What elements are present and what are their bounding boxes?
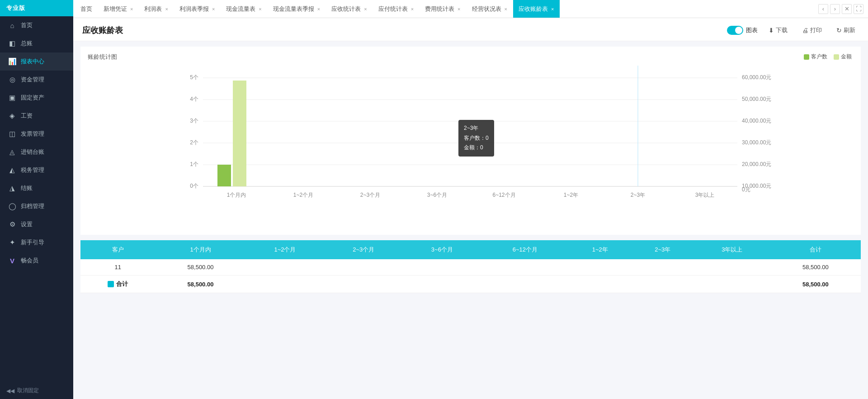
tab-close-icon[interactable]: × <box>411 6 414 12</box>
tab-close-icon[interactable]: × <box>364 6 367 12</box>
tab-bar: 首页 新增凭证 × 利润表 × 利润表季报 × 现金流量表 × 现金流量表季报 … <box>73 0 868 18</box>
refresh-button[interactable]: ↻ 刷新 <box>833 24 859 36</box>
print-button[interactable]: 🖨 打印 <box>798 24 826 36</box>
cell-year23 <box>631 259 693 276</box>
total-label-text: 合计 <box>116 280 128 288</box>
tab-ar-stats[interactable]: 应收统计表 × <box>326 0 373 18</box>
sidebar-item-sales[interactable]: ◬ 进销台账 <box>0 143 73 161</box>
chart-svg-container: 5个 4个 3个 2个 1个 0个 60,000.00元 50,000.00元 … <box>88 66 854 228</box>
tab-close-icon[interactable]: × <box>505 6 507 12</box>
tab-profit-quarter[interactable]: 利润表季报 × <box>174 0 221 18</box>
sidebar-item-reports[interactable]: 📊 报表中心 <box>0 52 73 71</box>
tab-close-icon[interactable]: × <box>212 6 215 12</box>
main-content: 首页 新增凭证 × 利润表 × 利润表季报 × 现金流量表 × 现金流量表季报 … <box>73 0 868 399</box>
tab-close-icon[interactable]: × <box>130 6 133 12</box>
chart-toggle-label: 图表 <box>746 26 758 34</box>
table-row: 11 58,500.00 58,500.00 <box>80 259 861 276</box>
sidebar-item-closing[interactable]: ◮ 结账 <box>0 179 73 197</box>
download-label: 下载 <box>776 26 788 34</box>
sidebar-item-home[interactable]: ⌂ 首页 <box>0 16 73 34</box>
svg-text:0个: 0个 <box>190 183 198 189</box>
vip-icon: V <box>8 257 16 265</box>
legend-amount: 金额 <box>834 53 852 61</box>
sidebar-item-invoice[interactable]: ◫ 发票管理 <box>0 125 73 143</box>
funds-icon: ◎ <box>8 76 16 84</box>
svg-text:3年以上: 3年以上 <box>695 192 715 198</box>
tab-close-icon[interactable]: × <box>165 6 168 12</box>
tab-close-all-button[interactable]: ✕ <box>842 4 852 14</box>
print-icon: 🖨 <box>802 27 808 34</box>
tab-label: 应收账龄表 <box>519 5 548 13</box>
chart-toggle[interactable] <box>727 26 743 35</box>
tab-close-icon[interactable]: × <box>317 6 320 12</box>
col-month1: 1个月内 <box>155 240 245 259</box>
total-month36 <box>403 276 481 293</box>
total-month1: 58,500.00 <box>155 276 245 293</box>
cell-month36 <box>403 259 481 276</box>
sidebar-item-vip[interactable]: V 畅会员 <box>0 252 73 270</box>
sidebar-item-archive[interactable]: ◯ 归档管理 <box>0 197 73 215</box>
tab-ap-stats[interactable]: 应付统计表 × <box>373 0 420 18</box>
tab-business-status[interactable]: 经营状况表 × <box>467 0 513 18</box>
sidebar-item-ledger[interactable]: ◧ 总账 <box>0 34 73 52</box>
col-month23: 2~3个月 <box>324 240 403 259</box>
tab-prev-button[interactable]: ‹ <box>818 4 828 14</box>
svg-text:4个: 4个 <box>190 96 198 102</box>
col-month12: 1~2个月 <box>246 240 325 259</box>
app-logo: 专业版 <box>0 0 73 16</box>
svg-text:5个: 5个 <box>190 74 198 81</box>
download-button[interactable]: ⬇ 下载 <box>765 24 791 36</box>
tab-cashflow[interactable]: 现金流量表 × <box>221 0 267 18</box>
legend-amount-label: 金额 <box>841 53 852 61</box>
col-year12: 1~2年 <box>569 240 631 259</box>
sidebar-item-guide[interactable]: ✦ 新手引导 <box>0 233 73 252</box>
total-label-cell: 合计 <box>80 276 155 293</box>
svg-text:6~12个月: 6~12个月 <box>492 192 515 198</box>
sidebar-item-assets[interactable]: ▣ 固定资产 <box>0 89 73 107</box>
legend-customers: 客户数 <box>804 53 827 61</box>
sidebar-item-funds[interactable]: ◎ 资金管理 <box>0 71 73 89</box>
total-year23 <box>631 276 693 293</box>
tab-close-icon[interactable]: × <box>458 6 460 12</box>
col-month36: 3~6个月 <box>403 240 481 259</box>
guide-icon: ✦ <box>8 238 16 247</box>
tab-new-voucher[interactable]: 新增凭证 × <box>98 0 139 18</box>
sidebar-item-settings[interactable]: ⚙ 设置 <box>0 215 73 233</box>
total-total: 58,500.00 <box>770 276 861 293</box>
tab-close-icon[interactable]: × <box>551 6 554 12</box>
tab-label: 现金流量表季报 <box>273 5 314 13</box>
page-header: 应收账龄表 图表 ⬇ 下载 🖨 打印 ↻ 刷新 <box>73 18 868 41</box>
sidebar-item-salary[interactable]: ◈ 工资 <box>0 107 73 125</box>
page-title: 应收账龄表 <box>82 25 123 36</box>
svg-text:0元: 0元 <box>742 186 750 193</box>
tab-home[interactable]: 首页 <box>75 0 98 18</box>
closing-icon: ◮ <box>8 184 16 192</box>
tab-label: 利润表季报 <box>179 5 209 13</box>
sidebar-item-label: 设置 <box>21 220 33 228</box>
download-icon: ⬇ <box>769 27 774 34</box>
sidebar-item-tax[interactable]: ◭ 税务管理 <box>0 161 73 179</box>
sales-icon: ◬ <box>8 148 16 156</box>
sidebar-item-label: 首页 <box>21 21 33 29</box>
tab-close-icon[interactable]: × <box>259 6 261 12</box>
sidebar-collapse-button[interactable]: ◀◀ 取消固定 <box>0 382 73 399</box>
tab-navigation: ‹ › ✕ ⛶ <box>816 4 866 14</box>
sidebar-item-label: 新手引导 <box>21 238 44 247</box>
ledger-icon: ◧ <box>8 39 16 48</box>
svg-text:40,000.00元: 40,000.00元 <box>742 118 771 124</box>
cell-total: 58,500.00 <box>770 259 861 276</box>
tab-fullscreen-button[interactable]: ⛶ <box>854 4 863 14</box>
svg-text:1个: 1个 <box>190 161 198 167</box>
sidebar-item-label: 报表中心 <box>21 57 44 66</box>
home-icon: ⌂ <box>8 22 16 29</box>
tab-expense-stats[interactable]: 费用统计表 × <box>420 0 466 18</box>
cell-month12 <box>246 259 325 276</box>
tab-label: 费用统计表 <box>425 5 454 13</box>
tab-cashflow-quarter[interactable]: 现金流量表季报 × <box>268 0 326 18</box>
svg-text:1~2年: 1~2年 <box>564 192 578 198</box>
sidebar: 专业版 ⌂ 首页 ◧ 总账 📊 报表中心 ◎ 资金管理 ▣ 固定资产 ◈ 工资 … <box>0 0 73 399</box>
tab-next-button[interactable]: › <box>830 4 840 14</box>
tab-profit[interactable]: 利润表 × <box>139 0 174 18</box>
svg-text:20,000.00元: 20,000.00元 <box>742 161 771 167</box>
tab-ar-aging[interactable]: 应收账龄表 × <box>513 0 560 18</box>
